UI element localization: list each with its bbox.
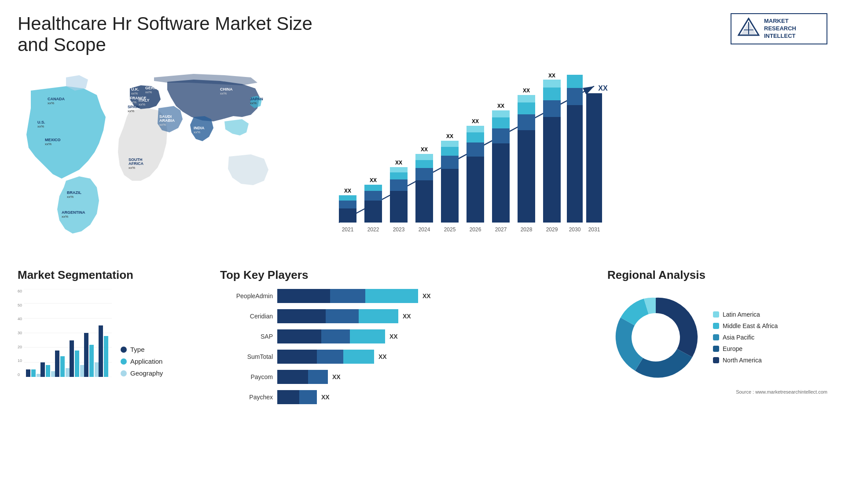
player-val-5: XX: [332, 373, 341, 380]
geo-dot: [121, 370, 127, 376]
player-name-5: Paycom: [220, 373, 273, 380]
players-section: Top Key Players PeopleAdmin XX Ceridian: [216, 268, 594, 410]
type-dot: [121, 347, 127, 353]
svg-text:XX: XX: [497, 103, 504, 109]
player-bar-5: XX: [277, 370, 590, 384]
svg-text:AFRICA: AFRICA: [129, 161, 143, 166]
svg-text:XX: XX: [446, 133, 453, 139]
svg-rect-66: [467, 157, 484, 223]
svg-rect-38: [339, 208, 356, 223]
svg-text:ARGENTINA: ARGENTINA: [62, 210, 85, 215]
bar-chart-section: XX 2021 XX 2022 XX 2023 XX 2024: [304, 64, 827, 259]
svg-rect-69: [467, 126, 484, 132]
svg-rect-123: [95, 362, 99, 377]
player-name-1: PeopleAdmin: [220, 292, 273, 299]
svg-text:XX: XX: [571, 73, 578, 74]
logo-text: MARKET RESEARCH INTELLECT: [764, 18, 796, 40]
svg-text:xx%: xx%: [67, 195, 73, 199]
na-label: North America: [723, 357, 762, 364]
svg-text:2029: 2029: [546, 226, 558, 233]
svg-rect-119: [80, 365, 84, 377]
player-name-2: Ceridian: [220, 313, 273, 320]
svg-rect-122: [89, 345, 94, 377]
latin-dot: [713, 311, 719, 318]
svg-rect-73: [492, 128, 510, 143]
svg-rect-90: [567, 105, 583, 223]
player-row: SumTotal XX: [220, 350, 590, 364]
mea-label: Middle East & Africa: [723, 322, 778, 329]
svg-text:MEXICO: MEXICO: [45, 138, 61, 142]
legend-geography: Geography: [121, 369, 163, 377]
svg-text:SPAIN: SPAIN: [128, 105, 140, 109]
svg-text:XX: XX: [472, 118, 479, 124]
svg-text:XX: XX: [344, 188, 351, 194]
legend-geo-label: Geography: [130, 369, 163, 377]
content-grid: CANADA xx% U.S. xx% MEXICO xx% BRAZIL xx…: [18, 64, 827, 410]
svg-rect-109: [40, 362, 45, 377]
svg-text:XX: XX: [548, 73, 555, 79]
seg-bars-svg: 2021 2022 2023: [24, 289, 112, 377]
player-name-3: SAP: [220, 333, 273, 340]
reg-legend-na: North America: [713, 357, 778, 364]
apac-dot: [713, 334, 719, 340]
donut-chart: [607, 289, 704, 386]
svg-rect-67: [467, 142, 484, 157]
page-header: Healthcare Hr Software Market Size and S…: [18, 13, 827, 55]
seg-y-axis: 0 10 20 30 40 50 60: [18, 289, 24, 377]
svg-rect-49: [390, 179, 408, 191]
svg-text:xx%: xx%: [250, 101, 257, 105]
donut-svg: [607, 289, 704, 386]
reg-legend-apac: Asia Pacific: [713, 334, 778, 341]
legend-type: Type: [121, 346, 163, 353]
svg-rect-72: [492, 143, 510, 223]
na-dot: [713, 357, 719, 363]
regional-legend: Latin America Middle East & Africa Asia …: [713, 311, 778, 364]
svg-rect-60: [441, 169, 459, 223]
svg-rect-121: [84, 333, 88, 377]
logo-icon: [738, 18, 760, 40]
player-name-6: Paychex: [220, 394, 273, 401]
svg-rect-125: [99, 325, 103, 377]
svg-rect-111: [51, 371, 55, 377]
svg-rect-68: [467, 132, 484, 142]
player-row: Ceridian XX: [220, 309, 590, 323]
svg-text:XX: XX: [523, 88, 530, 94]
svg-rect-87: [543, 80, 561, 88]
player-row: SAP XX: [220, 329, 590, 343]
svg-text:2022: 2022: [367, 226, 379, 233]
segmentation-section: Market Segmentation 0 10 20 30 40 50 60: [18, 268, 202, 410]
svg-rect-50: [390, 172, 408, 179]
player-bar-1: XX: [277, 289, 590, 303]
svg-rect-61: [441, 156, 459, 169]
svg-text:XX: XX: [370, 177, 377, 183]
svg-text:GERMANY: GERMANY: [145, 86, 165, 90]
svg-rect-75: [492, 110, 510, 117]
svg-rect-63: [441, 141, 459, 147]
player-bar-2: XX: [277, 309, 590, 323]
svg-rect-86: [543, 88, 561, 100]
svg-text:XX: XX: [395, 160, 402, 166]
player-row: Paychex XX: [220, 390, 590, 404]
seg-chart-wrap: 0 10 20 30 40 50 60: [18, 289, 202, 377]
player-row: PeopleAdmin XX: [220, 289, 590, 303]
svg-text:JAPAN: JAPAN: [250, 97, 263, 101]
svg-text:ITALY: ITALY: [139, 98, 150, 102]
svg-text:xx%: xx%: [131, 91, 138, 95]
player-val-6: XX: [321, 394, 330, 401]
europe-dot: [713, 346, 719, 352]
svg-rect-117: [70, 340, 74, 377]
segmentation-title: Market Segmentation: [18, 268, 202, 282]
svg-text:xx%: xx%: [159, 123, 166, 127]
svg-rect-57: [415, 154, 433, 160]
svg-rect-44: [364, 191, 382, 201]
svg-rect-55: [415, 168, 433, 180]
player-name-4: SumTotal: [220, 353, 273, 360]
svg-text:2021: 2021: [342, 226, 354, 233]
legend-application: Application: [121, 358, 163, 365]
svg-rect-40: [339, 195, 356, 201]
svg-rect-84: [543, 117, 561, 223]
svg-rect-62: [441, 147, 459, 156]
svg-rect-78: [518, 130, 535, 223]
svg-text:2028: 2028: [521, 226, 533, 233]
europe-label: Europe: [723, 345, 742, 352]
